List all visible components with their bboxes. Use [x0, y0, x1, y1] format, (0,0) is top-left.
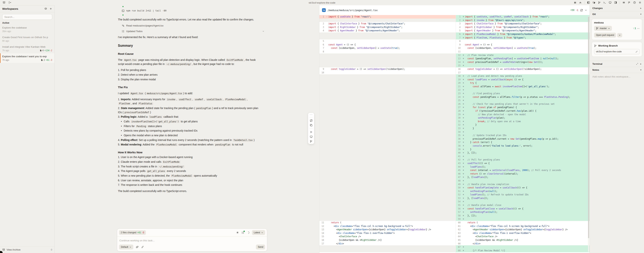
workspace-item[interactable]: Explore the codebase I want you to exp7h… [0, 53, 54, 63]
chat-paragraph: I updated Agent.tsx (medusa/src/pages/Ag… [118, 92, 258, 96]
working-branch-input[interactable]: vk/3ccf-explore-the-code [594, 49, 640, 54]
send-button[interactable]: Send [256, 244, 265, 250]
diff-filler-row [319, 32, 456, 36]
notes-input[interactable]: Add notes about this workspace... [590, 73, 644, 80]
diff-filler-row [319, 155, 456, 158]
code-text: const toggleSidebar = () => setSidebarOp… [465, 68, 590, 71]
section-terminal[interactable]: Terminal ▸ [590, 61, 644, 67]
code-text: <ChatInterface /> [465, 235, 590, 238]
more-options-icon[interactable]: ⋯ [637, 27, 640, 30]
workspace-item[interactable]: Create Good First Issues on Github So p6… [0, 34, 54, 44]
code-text: <ChatInterface /> [328, 235, 456, 238]
inline-code: ~/.medusa/pending/ [166, 63, 192, 66]
diff-code-row: 5import { AgentHeader } from "@/componen… [456, 29, 590, 32]
section-changes[interactable]: Changes ▸ [590, 5, 644, 11]
diff-filler-row [319, 130, 456, 134]
diff-code-row: 6+import { PlanReviewModal } from "@/com… [456, 32, 590, 36]
git-branch-icon[interactable] [598, 1, 601, 4]
line-number: 10 [456, 46, 462, 50]
spinner-icon [246, 231, 250, 234]
panel-right-icon[interactable] [614, 1, 617, 4]
diff-sign: + [462, 102, 465, 106]
line-number: 5 [319, 40, 326, 43]
git-branch-icon[interactable] [310, 140, 312, 143]
diff-sign: + [462, 155, 465, 158]
pr-dropdown[interactable] [617, 33, 622, 37]
branch-selector[interactable]: master [594, 26, 612, 31]
flag-icon[interactable] [628, 1, 630, 4]
diff-sign [462, 232, 465, 235]
diff-sign: + [462, 64, 465, 68]
chevron-down-icon[interactable] [262, 30, 264, 32]
diff-sign: + [462, 249, 465, 252]
diff-sign: + [462, 120, 465, 123]
inline-code: PlanReviewModal [170, 174, 193, 177]
section-git[interactable]: Git ▾ [590, 11, 644, 17]
tool-call-row[interactable]: npm run build 2>&1 | tail -80 [118, 9, 264, 12]
chat-bubbles-icon[interactable] [592, 1, 595, 4]
panel-left-icon[interactable] [587, 1, 590, 4]
workspace-item[interactable]: Explore the codebase35m ago [0, 24, 54, 34]
tool-call-row[interactable]: Read medusa/src/pages/Agent.tsx [118, 24, 264, 28]
list-item: 2. State management: Added state for tra… [118, 106, 260, 114]
chevron-down-icon[interactable] [585, 9, 587, 11]
monitor-icon[interactable] [310, 135, 312, 138]
workspace-item[interactable]: Install and integrate Vibe Kanban Web7h … [0, 44, 54, 53]
files-changed-badge[interactable]: 2 files changed +61 -3 [119, 230, 146, 235]
archive-icon[interactable] [3, 1, 6, 4]
scrollbar[interactable] [588, 16, 589, 252]
diff-sign: + [462, 54, 465, 57]
drag-dots-icon[interactable] [310, 114, 313, 115]
expand-icon[interactable] [636, 63, 638, 65]
add-workspace-button[interactable] [50, 7, 52, 10]
pencil-icon[interactable] [635, 50, 638, 53]
collapse-up-icon[interactable] [579, 1, 582, 4]
monitor-icon[interactable] [609, 1, 612, 4]
diff-icon[interactable] [310, 119, 312, 122]
sign-out-icon[interactable] [8, 1, 11, 4]
diff-sign: + [462, 151, 465, 155]
diff-right-column: 1+import { useState, useEffect, useRef, … [456, 15, 590, 253]
play-icon[interactable] [310, 131, 312, 134]
search-input[interactable] [2, 14, 52, 20]
view-archive-button[interactable]: View Archive 0 [0, 246, 54, 253]
diff-view-icon[interactable] [580, 9, 583, 12]
code-text [465, 40, 590, 43]
section-notes[interactable]: Notes ▾ [590, 67, 644, 73]
pen-icon[interactable] [141, 246, 144, 248]
mode-dropdown[interactable]: Default [119, 244, 133, 250]
help-icon[interactable] [633, 1, 636, 4]
code-text: <div className="flex flex-col h-screen b… [328, 224, 456, 228]
message-input[interactable] [120, 239, 265, 242]
line-number: 2 [456, 18, 462, 22]
pause-icon[interactable] [574, 1, 576, 4]
diff-code-row: 21+ const allPlans = await invoke<PlanIt… [456, 85, 590, 88]
diff-sign: + [462, 200, 465, 204]
diff-filler-row [319, 172, 456, 176]
line-number: 7 [456, 36, 462, 40]
repo-card: medusa master ↑1 ⋯ Open pull request [592, 19, 642, 40]
gear-icon[interactable] [638, 1, 641, 4]
terminal-icon[interactable] [603, 1, 606, 4]
menu-icon[interactable] [622, 1, 625, 4]
chat-scroll-area[interactable]: npm run build 2>&1 | tail -80The build c… [55, 5, 319, 226]
working-branch-label: Working Branch [598, 44, 618, 47]
copy-icon[interactable] [310, 124, 312, 127]
separator [584, 1, 584, 4]
layers-icon[interactable] [44, 7, 47, 10]
code-text [328, 71, 456, 74]
open-pr-button[interactable]: Open pull request [594, 33, 616, 38]
latest-dropdown[interactable]: Latest [252, 230, 265, 235]
diff-code-row: 37+ } catch (error) { [456, 140, 590, 144]
todos-status-icon[interactable] [242, 231, 244, 234]
floating-toolbar [308, 112, 314, 144]
diff-code-row: 65 {sidebarOpen && <RightSidebar />} [456, 238, 590, 242]
diff-code-row: 15+ [456, 64, 590, 68]
code-text: } catch (error) { [465, 140, 590, 144]
sparkle-icon[interactable] [236, 231, 239, 234]
scrollbar-thumb[interactable] [588, 16, 589, 238]
attach-icon[interactable] [136, 246, 138, 248]
tool-call-row[interactable]: Updated Todos [118, 30, 264, 33]
diff-sign: + [462, 109, 465, 113]
line-number: 12 [319, 224, 326, 228]
